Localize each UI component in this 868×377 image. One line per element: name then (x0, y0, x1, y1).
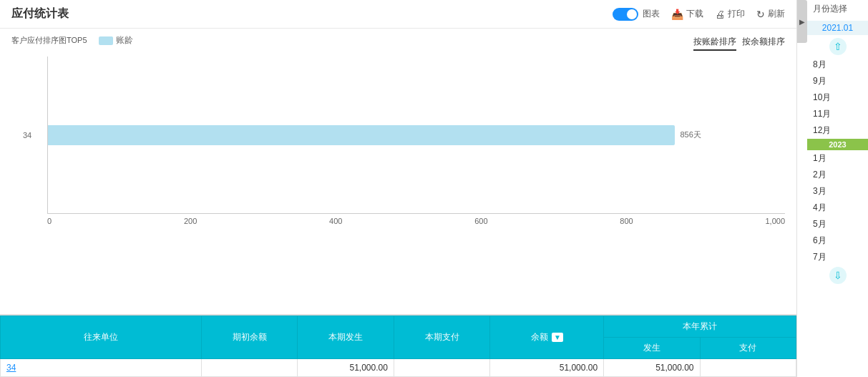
legend-dot-2 (99, 36, 113, 45)
table-row: 34 51,000.00 51,000.00 51,000.00 (1, 359, 796, 377)
month-item-11月[interactable]: 11月 (807, 106, 868, 122)
sort-by-balance-btn[interactable]: 按账龄排序 (693, 36, 736, 51)
cell-current-occur: 51,000.00 (298, 359, 394, 377)
th-current-pay: 本期支付 (394, 316, 489, 359)
year-marker: 2023 (807, 139, 868, 150)
print-icon: 🖨 (715, 9, 725, 20)
month-item-1月[interactable]: 1月 (807, 150, 868, 167)
th-ytd-occur: 发生 (604, 338, 700, 359)
month-item-4月[interactable]: 4月 (807, 200, 868, 216)
sidebar-collapse-btn[interactable]: ▶ (797, 0, 807, 43)
refresh-button[interactable]: ↻ 刷新 (756, 8, 785, 20)
x-tick-1000: 1,000 (765, 217, 785, 225)
month-item-6月[interactable]: 6月 (807, 232, 868, 249)
legend-item-1: 客户应付排序图TOP5 (11, 35, 87, 46)
sidebar-inner: 月份选择 2021.01 ⇧ 8月9月10月11月12月20231月2月3月4月… (807, 0, 868, 377)
print-label: 打印 (728, 8, 745, 20)
chart-toggle-wrap[interactable]: 图表 (613, 8, 660, 21)
chart-area: 34 856天 0 200 400 600 800 1,000 (11, 57, 785, 243)
x-tick-600: 600 (474, 217, 487, 225)
cell-unit[interactable]: 34 (1, 359, 202, 377)
chart-legend: 客户应付排序图TOP5 账龄 (11, 34, 133, 46)
legend-item-2: 账龄 (99, 34, 133, 46)
month-item-9月[interactable]: 9月 (807, 73, 868, 89)
page-header: 应付统计表 图表 📥 下载 🖨 打印 ↻ 刷新 (0, 0, 796, 29)
download-icon: 📥 (671, 9, 683, 20)
th-balance: 余额 ▼ (490, 316, 604, 359)
print-button[interactable]: 🖨 打印 (715, 8, 745, 20)
bar-34 (48, 125, 675, 145)
table-section: 往来单位 期初余额 本期发生 本期支付 余额 ▼ 本年累计 发生 支付 (0, 314, 796, 377)
download-button[interactable]: 📥 下载 (671, 8, 703, 20)
page-title: 应付统计表 (11, 6, 69, 21)
current-period-display: 2021.01 (807, 21, 868, 35)
sidebar-title: 月份选择 (807, 0, 853, 18)
month-item-2月[interactable]: 2月 (807, 167, 868, 183)
cell-ytd-occur: 51,000.00 (604, 359, 700, 377)
month-item-5月[interactable]: 5月 (807, 216, 868, 232)
sidebar-container: ▶ 月份选择 2021.01 ⇧ 8月9月10月11月12月20231月2月3月… (796, 0, 868, 377)
x-axis: 0 200 400 600 800 1,000 (47, 214, 785, 225)
legend-label-2: 账龄 (116, 34, 133, 46)
month-list: 8月9月10月11月12月20231月2月3月4月5月6月7月 (807, 57, 868, 265)
cell-balance: 51,000.00 (490, 359, 604, 377)
download-label: 下载 (686, 8, 703, 20)
chart-section: 客户应付排序图TOP5 账龄 按账龄排序 按余额排序 34 (0, 29, 796, 314)
th-opening: 期初余额 (202, 316, 298, 359)
month-item-7月[interactable]: 7月 (807, 249, 868, 265)
month-item-10月[interactable]: 10月 (807, 89, 868, 106)
x-tick-0: 0 (47, 217, 52, 225)
chart-toggle-label: 图表 (643, 8, 660, 20)
cell-ytd-pay (700, 359, 796, 377)
x-tick-400: 400 (329, 217, 342, 225)
th-ytd-group: 本年累计 (604, 316, 796, 338)
refresh-label: 刷新 (768, 8, 785, 20)
balance-filter-icon[interactable]: ▼ (552, 333, 563, 342)
cell-current-pay (394, 359, 489, 377)
chart-sort-buttons: 按账龄排序 按余额排序 (693, 36, 785, 51)
x-tick-200: 200 (184, 217, 197, 225)
legend-icon-1: 客户应付排序图TOP5 (11, 35, 87, 46)
data-table: 往来单位 期初余额 本期发生 本期支付 余额 ▼ 本年累计 发生 支付 (0, 315, 796, 377)
chart-toggle[interactable] (613, 8, 638, 21)
th-ytd-pay: 支付 (700, 338, 796, 359)
th-current-occur: 本期发生 (298, 316, 394, 359)
sort-by-amount-btn[interactable]: 按余额排序 (742, 36, 785, 51)
month-nav-up[interactable]: ⇧ (829, 38, 847, 55)
cell-opening (202, 359, 298, 377)
header-actions: 图表 📥 下载 🖨 打印 ↻ 刷新 (613, 8, 785, 21)
refresh-icon: ↻ (756, 9, 765, 20)
bar-end-label-34: 856天 (681, 129, 701, 140)
bar-label-34: 34 (23, 131, 31, 139)
x-tick-800: 800 (620, 217, 633, 225)
month-item-8月[interactable]: 8月 (807, 57, 868, 73)
th-unit: 往来单位 (1, 316, 202, 359)
month-nav-down[interactable]: ⇩ (829, 267, 847, 284)
chart-bars-container: 34 856天 (47, 57, 785, 214)
month-item-3月[interactable]: 3月 (807, 183, 868, 200)
month-item-12月[interactable]: 12月 (807, 122, 868, 139)
